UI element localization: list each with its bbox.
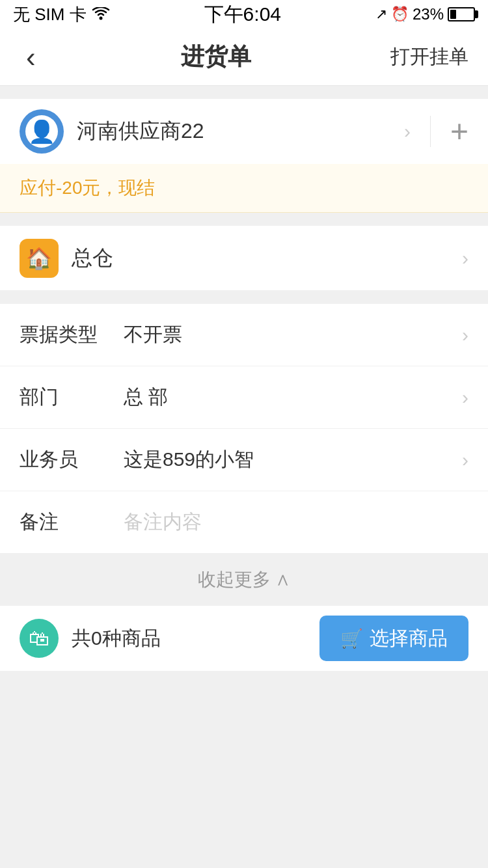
department-label: 部门 <box>20 384 111 411</box>
status-time: 下午6:04 <box>204 1 281 28</box>
invoice-type-row[interactable]: 票据类型 不开票 › <box>0 304 488 366</box>
select-product-button[interactable]: 🛒 选择商品 <box>319 616 468 661</box>
bottom-bar: 🛍 共0种商品 🛒 选择商品 <box>0 606 488 671</box>
supplier-chevron-icon: › <box>404 120 411 142</box>
alarm-icon: ⏰ <box>391 6 409 23</box>
collapse-row[interactable]: 收起更多 ∧ <box>0 554 488 606</box>
department-value: 总 部 <box>124 384 462 411</box>
wifi-icon <box>92 5 110 25</box>
page-title: 进货单 <box>181 41 251 73</box>
avatar-inner: 👤 <box>25 115 58 148</box>
salesperson-row[interactable]: 业务员 这是859的小智 › <box>0 429 488 491</box>
divider-3 <box>0 291 488 304</box>
department-row[interactable]: 部门 总 部 › <box>0 366 488 429</box>
warehouse-chevron-icon: › <box>462 247 468 269</box>
nav-bar: ‹ 进货单 打开挂单 <box>0 29 488 86</box>
divider-1 <box>0 86 488 99</box>
salesperson-label: 业务员 <box>20 446 111 473</box>
salesperson-value: 这是859的小智 <box>124 446 462 473</box>
back-button[interactable]: ‹ <box>20 34 42 80</box>
remark-label: 备注 <box>20 509 111 536</box>
battery-percent: 23% <box>413 5 444 23</box>
battery-icon <box>448 7 475 21</box>
notice-text: 应付-20元，现结 <box>20 178 155 198</box>
select-product-label: 选择商品 <box>370 625 448 652</box>
house-icon: 🏠 <box>26 246 52 271</box>
svg-point-0 <box>99 16 102 20</box>
product-count-icon: 🛍 <box>20 619 59 658</box>
remark-row[interactable]: 备注 备注内容 <box>0 491 488 554</box>
form-card: 票据类型 不开票 › 部门 总 部 › 业务员 这是859的小智 › 备注 备注… <box>0 304 488 554</box>
add-supplier-button[interactable]: + <box>430 116 468 147</box>
notice-banner: 应付-20元，现结 <box>0 164 488 213</box>
invoice-type-chevron-icon: › <box>462 324 468 346</box>
warehouse-row[interactable]: 🏠 总仓 › <box>0 226 488 291</box>
department-chevron-icon: › <box>462 387 468 409</box>
person-icon: 👤 <box>28 118 55 144</box>
carrier-text: 无 SIM 卡 <box>13 3 87 26</box>
salesperson-chevron-icon: › <box>462 449 468 471</box>
open-pending-button[interactable]: 打开挂单 <box>390 44 468 70</box>
warehouse-name: 总仓 <box>72 244 462 273</box>
product-count-text: 共0种商品 <box>72 625 319 652</box>
background-fill <box>0 671 488 868</box>
invoice-type-value: 不开票 <box>124 321 462 348</box>
supplier-name: 河南供应商22 <box>77 117 404 146</box>
status-right: ↗ ⏰ 23% <box>375 5 475 23</box>
cart-icon: 🛍 <box>29 627 49 651</box>
location-icon: ↗ <box>375 6 387 23</box>
invoice-type-label: 票据类型 <box>20 321 111 348</box>
select-product-icon: 🛒 <box>340 628 363 649</box>
status-left: 无 SIM 卡 <box>13 3 110 26</box>
supplier-row[interactable]: 👤 河南供应商22 › + <box>0 99 488 164</box>
status-bar: 无 SIM 卡 下午6:04 ↗ ⏰ 23% <box>0 0 488 29</box>
divider-2 <box>0 213 488 226</box>
remark-value: 备注内容 <box>124 509 468 536</box>
supplier-avatar: 👤 <box>20 109 64 154</box>
collapse-button[interactable]: 收起更多 ∧ <box>198 567 291 592</box>
warehouse-icon: 🏠 <box>20 239 59 278</box>
supplier-card: 👤 河南供应商22 › + 应付-20元，现结 <box>0 99 488 213</box>
